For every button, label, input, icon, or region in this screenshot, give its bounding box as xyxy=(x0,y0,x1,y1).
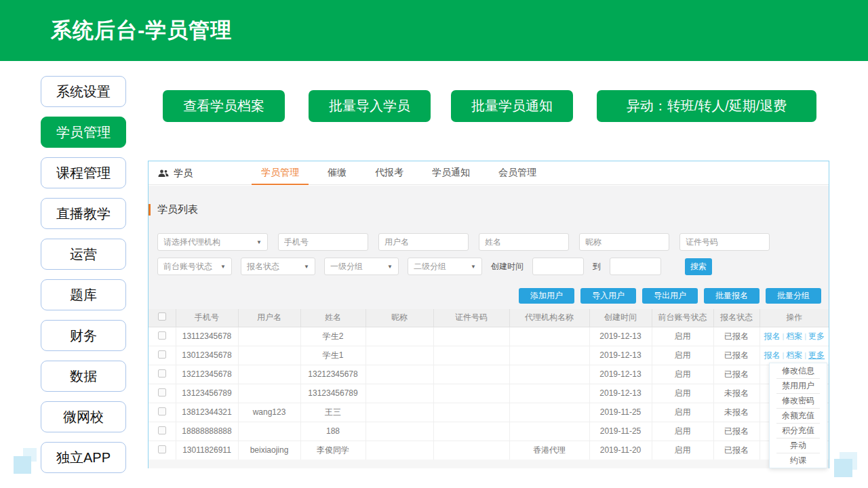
cell-id-number xyxy=(433,365,509,384)
cell-username: beixiaojing xyxy=(238,441,300,460)
sidebar-item-课程管理[interactable]: 课程管理 xyxy=(41,157,126,188)
tab-学员通知[interactable]: 学员通知 xyxy=(422,161,479,185)
row-action-更多[interactable]: 更多 xyxy=(808,350,825,360)
people-group-icon xyxy=(158,169,169,178)
row-action-报名[interactable]: 报名 xyxy=(764,331,780,341)
filter-input[interactable] xyxy=(679,233,770,251)
select-placeholder: 前台账号状态 xyxy=(163,261,212,272)
bulk-action-button[interactable]: 导入用户 xyxy=(580,288,636,304)
cell-nickname xyxy=(366,422,433,441)
sidebar-item-微网校[interactable]: 微网校 xyxy=(41,401,126,432)
row-action-更多[interactable]: 更多 xyxy=(808,331,825,341)
date-from-input[interactable] xyxy=(532,258,584,275)
column-header: 代理机构名称 xyxy=(509,309,589,327)
row-checkbox[interactable] xyxy=(158,445,166,453)
cell-username xyxy=(238,422,300,441)
action-separator: | xyxy=(804,332,806,340)
cell-username xyxy=(238,384,300,403)
tab-催缴[interactable]: 催缴 xyxy=(318,161,356,185)
cell-name: 13212345678 xyxy=(300,365,366,384)
filter-select[interactable]: 一级分组▼ xyxy=(324,258,399,275)
cell-actions: 报名|档案|更多 xyxy=(760,346,829,365)
quick-action-button[interactable]: 异动：转班/转人/延期/退费 xyxy=(597,90,816,122)
cell-account-status: 启用 xyxy=(652,327,713,346)
bulk-action-button[interactable]: 导出用户 xyxy=(642,288,698,304)
row-action-档案[interactable]: 档案 xyxy=(786,350,802,360)
cell-nickname xyxy=(366,403,433,422)
tab-会员管理[interactable]: 会员管理 xyxy=(489,161,546,185)
filter-select[interactable]: 二级分组▼ xyxy=(408,258,482,275)
sidebar-item-数据[interactable]: 数据 xyxy=(41,361,126,392)
cell-account-status: 启用 xyxy=(652,403,713,422)
caret-down-icon: ▼ xyxy=(387,264,393,270)
bulk-action-button[interactable]: 批量报名 xyxy=(704,288,760,304)
cell-enroll-status: 已报名 xyxy=(713,365,760,384)
menu-item-修改密码[interactable]: 修改密码 xyxy=(770,393,827,408)
row-checkbox[interactable] xyxy=(158,331,166,340)
row-action-档案[interactable]: 档案 xyxy=(786,331,802,341)
agency-select[interactable]: 请选择代理机构▼ xyxy=(157,233,268,251)
filter-area: 学员列表 请选择代理机构▼ 前台账号状态▼报名状态▼一级分组▼二级分组▼创建时间… xyxy=(149,186,829,309)
cell-agency xyxy=(509,384,589,403)
tab-代报考[interactable]: 代报考 xyxy=(366,161,413,185)
quick-action-button[interactable]: 批量学员通知 xyxy=(451,90,573,122)
row-checkbox[interactable] xyxy=(158,369,166,378)
filter-select[interactable]: 报名状态▼ xyxy=(241,258,315,275)
column-header: 创建时间 xyxy=(589,309,652,327)
menu-item-约课[interactable]: 约课 xyxy=(770,453,827,468)
cell-agency xyxy=(509,346,589,365)
row-checkbox[interactable] xyxy=(158,426,166,434)
page-title: 系统后台-学员管理 xyxy=(51,16,232,45)
menu-item-异动[interactable]: 异动 xyxy=(770,438,827,453)
cell-phone: 13112345678 xyxy=(176,327,238,346)
cell-created: 2019-12-13 xyxy=(589,365,652,384)
filter-input[interactable] xyxy=(278,233,368,251)
cell-nickname xyxy=(366,365,433,384)
cell-nickname xyxy=(366,327,433,346)
cell-agency xyxy=(509,327,589,346)
bulk-action-button[interactable]: 批量分组 xyxy=(766,288,821,304)
column-header: 证件号码 xyxy=(433,309,509,327)
sidebar-item-直播教学[interactable]: 直播教学 xyxy=(41,198,126,229)
bulk-action-button[interactable]: 添加用户 xyxy=(519,288,574,304)
row-checkbox[interactable] xyxy=(158,388,166,396)
cell-id-number xyxy=(433,384,509,403)
sidebar-item-学员管理[interactable]: 学员管理 xyxy=(41,117,126,148)
menu-item-修改信息[interactable]: 修改信息 xyxy=(770,363,827,378)
sidebar-item-财务[interactable]: 财务 xyxy=(41,320,126,351)
row-checkbox-cell xyxy=(149,384,176,403)
menu-item-禁用用户[interactable]: 禁用用户 xyxy=(770,378,827,393)
date-to-input[interactable] xyxy=(610,258,661,275)
search-button[interactable]: 搜索 xyxy=(685,258,712,275)
cell-created: 2019-11-25 xyxy=(589,403,652,422)
row-checkbox[interactable] xyxy=(158,407,166,415)
cell-enroll-status: 未报名 xyxy=(713,384,760,403)
sidebar-item-题库[interactable]: 题库 xyxy=(41,279,126,310)
tab-学员管理[interactable]: 学员管理 xyxy=(252,161,309,185)
cell-phone: 13123456789 xyxy=(176,384,238,403)
cell-enroll-status: 已报名 xyxy=(713,327,760,346)
sidebar-item-运营[interactable]: 运营 xyxy=(41,239,126,270)
quick-action-button[interactable]: 查看学员档案 xyxy=(163,90,285,122)
select-placeholder: 报名状态 xyxy=(247,261,279,272)
filter-input[interactable] xyxy=(378,233,469,251)
cell-account-status: 启用 xyxy=(652,346,713,365)
search-btn-wrap: 搜索 xyxy=(685,258,712,275)
cell-enroll-status: 已报名 xyxy=(713,441,760,460)
menu-item-余额充值[interactable]: 余额充值 xyxy=(770,408,827,423)
row-checkbox-cell xyxy=(149,441,176,460)
row-checkbox[interactable] xyxy=(158,350,166,359)
cell-actions: 报名|档案|更多 xyxy=(760,327,829,346)
filter-select[interactable]: 前台账号状态▼ xyxy=(157,258,232,275)
quick-action-button[interactable]: 批量导入学员 xyxy=(309,90,431,122)
cell-account-status: 启用 xyxy=(652,422,713,441)
menu-item-积分充值[interactable]: 积分充值 xyxy=(770,423,827,438)
filter-input[interactable] xyxy=(579,233,669,251)
sidebar-item-系统设置[interactable]: 系统设置 xyxy=(41,76,126,107)
sidebar: 系统设置学员管理课程管理直播教学运营题库财务数据微网校独立APP xyxy=(41,76,126,483)
sidebar-item-独立APP[interactable]: 独立APP xyxy=(41,442,126,473)
filter-input[interactable] xyxy=(479,233,569,251)
select-all-checkbox[interactable] xyxy=(158,312,166,321)
row-action-报名[interactable]: 报名 xyxy=(764,350,780,360)
action-separator: | xyxy=(782,351,784,359)
